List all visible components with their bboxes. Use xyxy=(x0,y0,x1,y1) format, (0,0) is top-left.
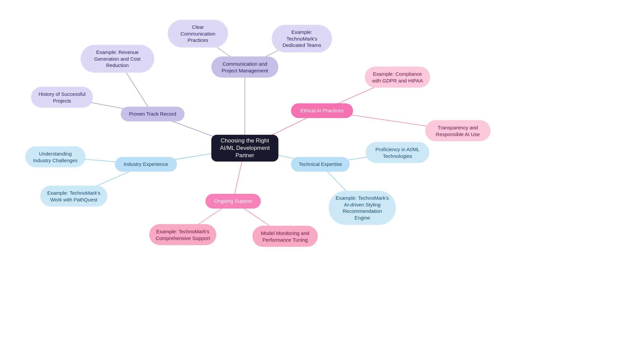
node-history: History of Successful Projects xyxy=(31,87,93,108)
node-tech_expertise: Technical Expertise xyxy=(291,157,350,172)
center-node: Choosing the Right AI/ML Development Par… xyxy=(211,135,278,162)
node-revenue: Example: Revenue Generation and Cost Red… xyxy=(80,45,154,73)
node-transparency: Transparency and Responsible AI Use xyxy=(425,120,491,141)
node-industry: Industry Experience xyxy=(115,157,177,172)
node-challenges: Understanding Industry Challenges xyxy=(25,146,86,168)
node-proven: Proven Track Record xyxy=(121,107,184,121)
node-dedicated_teams: Example: TechnoMark's Dedicated Teams xyxy=(272,25,332,53)
node-proficiency: Proficiency in AI/ML Technologies xyxy=(366,142,429,163)
node-ethical: Ethical AI Practices xyxy=(291,103,353,118)
node-gdpr: Example: Compliance with GDPR and HIPAA xyxy=(365,67,430,88)
node-ongoing: Ongoing Support xyxy=(206,194,261,208)
mindmap-container: Choosing the Right AI/ML Development Par… xyxy=(0,0,644,363)
node-pathquest: Example: TechnoMark's Work with PathQues… xyxy=(40,186,107,207)
node-model_monitoring: Model Monitoring and Performance Tuning xyxy=(253,226,318,247)
node-styling_engine: Example: TechnoMark's AI-driven Styling … xyxy=(329,191,396,225)
node-comp_support: Example: TechnoMark's Comprehensive Supp… xyxy=(149,224,216,245)
node-comm: Communication and Project Management xyxy=(211,57,278,78)
node-clear_comm: Clear Communication Practices xyxy=(168,20,228,48)
